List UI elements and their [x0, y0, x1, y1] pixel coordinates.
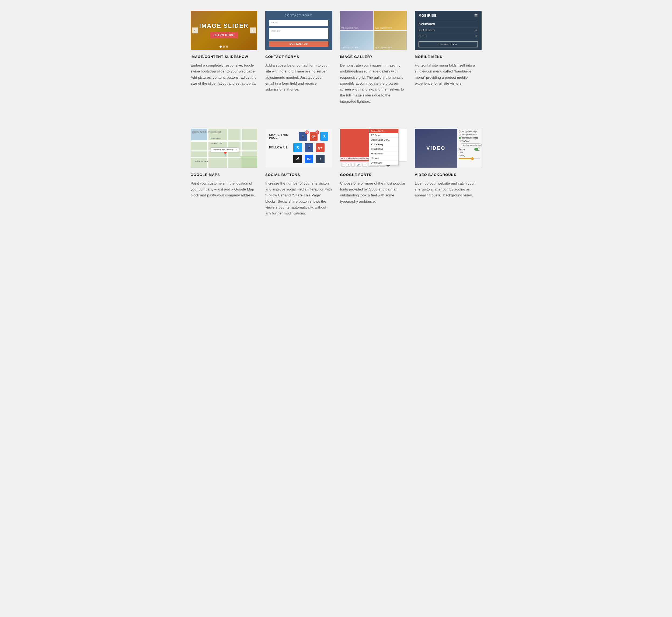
toolbar-more-btn[interactable]: ⋯ [362, 163, 367, 167]
follow-row-2: ☭ Bē t [269, 155, 328, 163]
font-option-droid-sans[interactable]: Droid Sans [369, 147, 398, 152]
toolbar-italic-btn[interactable]: I [352, 163, 355, 167]
mobile-nav-help[interactable]: HELP ▼ [419, 33, 478, 39]
slider-next-arrow[interactable]: › [250, 27, 256, 33]
video-option-bg-color[interactable]: Background Color [459, 134, 480, 136]
video-opacity-row: Opacity [459, 155, 480, 157]
share-facebook-button[interactable]: f 192 [299, 132, 307, 141]
follow-behance-button[interactable]: Bē [305, 155, 313, 163]
gallery-cell-2[interactable]: Type caption here [374, 11, 407, 30]
feature-desc-contact: Add a subscribe or contact form to your … [265, 62, 332, 92]
mobile-download-button[interactable]: DOWNLOAD [419, 41, 478, 47]
feature-desc-video: Liven up your website and catch your sit… [415, 181, 482, 199]
bg-video-label: Background Video [462, 137, 478, 139]
feature-card-gallery: Type caption here Type caption here Type… [340, 11, 407, 105]
map-tooltip: Empire State Building x [211, 147, 239, 152]
contact-submit-button[interactable]: CONTACT US [269, 41, 328, 47]
feature-title-contact: CONTACT FORMS [265, 55, 332, 59]
video-overlay-row: Overlay [459, 148, 480, 151]
gallery-caption-2: Type caption here [375, 27, 392, 29]
hamburger-icon[interactable]: ☰ [474, 13, 478, 18]
contact-form-title: CONTACT FORM [269, 14, 328, 17]
video-option-bg-video[interactable]: Background Video [459, 137, 480, 139]
googleplus-count: 47 [315, 131, 319, 134]
share-googleplus-button[interactable]: g+ 47 [310, 132, 317, 141]
gallery-cell-3[interactable]: Type caption here [340, 31, 373, 50]
feature-card-maps: Jacob K. Javits Convention Center МАНХЭТ… [191, 129, 257, 217]
feature-card-contact-forms: CONTACT FORM Name* Message CONTACT US CO… [265, 11, 332, 105]
video-color-row: Color [459, 152, 480, 154]
toolbar-align-btn[interactable]: ≡ [341, 163, 345, 167]
dot-3[interactable] [226, 45, 228, 48]
feature-card-image-slider: ‹ IMAGE SLIDER LEARN MORE › IMAGE/CONTEN… [191, 11, 257, 105]
video-option-youtube[interactable]: YouTube [459, 140, 480, 142]
slider-learn-more-button[interactable]: LEARN MORE [210, 32, 238, 38]
share-twitter-button[interactable]: 𝕏 [320, 132, 328, 141]
video-title-text: VIDEO [426, 146, 445, 151]
mobile-menu-header: MOBIRISE ☰ [419, 13, 478, 20]
opacity-slider-thumb[interactable] [471, 157, 474, 160]
dot-1[interactable] [220, 45, 222, 48]
radio-bg-image[interactable] [459, 131, 461, 133]
radio-youtube[interactable] [459, 140, 461, 142]
follow-twitter-button[interactable]: 𝕏 [293, 143, 302, 152]
map-label-2: МАНХЭТТЕН [211, 143, 222, 145]
chevron-icon: ▼ [475, 29, 478, 32]
mobile-nav-overview[interactable]: OVERVIEW [419, 22, 478, 27]
contact-message-field[interactable]: Message [269, 28, 328, 39]
follow-googleplus-button[interactable]: g+ [316, 143, 324, 152]
feature-desc-fonts: Choose one or more of the most popular f… [340, 181, 407, 205]
feature-grid-row1: ‹ IMAGE SLIDER LEARN MORE › IMAGE/CONTEN… [191, 11, 482, 105]
radio-bg-color[interactable] [459, 134, 461, 136]
feature-title-gallery: IMAGE GALLERY [340, 55, 407, 59]
feature-title-fonts: GOOGLE FONTS [340, 173, 407, 177]
feature-desc-maps: Point your customers in the location of … [191, 181, 257, 199]
feature-title-slider: IMAGE/CONTENT SLIDESHOW [191, 55, 257, 59]
radio-bg-video[interactable] [459, 137, 461, 139]
gallery-preview: Type caption here Type caption here Type… [340, 11, 407, 50]
map-tooltip-close[interactable]: x [236, 149, 237, 151]
social-preview: SHARE THIS PAGE! f 192 g+ 47 𝕏 FOLLOW US… [265, 129, 332, 168]
mobile-nav-features[interactable]: FEATURES ▼ [419, 27, 478, 33]
facebook-count: 192 [305, 131, 309, 134]
overlay-toggle[interactable] [474, 148, 480, 151]
font-dropdown[interactable]: Source Serif... PT Sans Open Sans Con...… [369, 129, 399, 165]
font-option-ubuntu[interactable]: Ubuntu [369, 156, 398, 161]
font-option-pt-sans[interactable]: PT Sans [369, 133, 398, 138]
bg-color-label: Background Color [462, 134, 477, 136]
message-placeholder: Message [271, 29, 281, 32]
font-option-montserrat[interactable]: Montserrat [369, 152, 398, 156]
slider-prev-arrow[interactable]: ‹ [192, 27, 198, 33]
dot-2[interactable] [223, 45, 225, 48]
overlay-label: Overlay [459, 148, 473, 150]
slider-heading: IMAGE SLIDER [199, 22, 249, 29]
follow-tumblr-button[interactable]: t [316, 155, 324, 163]
chevron-icon-2: ▼ [475, 35, 478, 38]
feature-title-video: VIDEO BACKGROUND [415, 173, 482, 177]
feature-desc-slider: Embed a completely responsive, touch-swi… [191, 62, 257, 86]
feature-card-fonts: Source Serif... PT Sans Open Sans Con...… [340, 129, 407, 217]
contact-name-field[interactable]: Name* [269, 20, 328, 26]
youtube-label: YouTube [462, 140, 469, 142]
video-url-field[interactable]: http://www.youtube.com/watd [462, 143, 480, 147]
font-option-raleway[interactable]: Raleway [369, 142, 398, 147]
font-option-opensans[interactable]: Open Sans Con... [369, 138, 398, 142]
gallery-cell-4[interactable]: Type caption here [374, 31, 407, 50]
video-option-bg-image[interactable]: Background Image [459, 131, 480, 133]
font-option-droid-serif[interactable]: Droid Serif [369, 161, 398, 165]
gallery-caption-3: Type caption here [341, 46, 359, 49]
opacity-slider[interactable] [459, 158, 480, 159]
feature-title-maps: GOOGLE MAPS [191, 173, 257, 177]
slider-content: IMAGE SLIDER LEARN MORE [199, 22, 249, 38]
toolbar-link-btn[interactable]: 🔗 [356, 163, 361, 167]
feature-title-mobile-menu: MOBILE MENU [415, 55, 482, 59]
mobile-logo: MOBIRISE [419, 14, 437, 17]
toolbar-bold-btn[interactable]: B [346, 163, 350, 167]
gallery-cell-1[interactable]: Type caption here [340, 11, 373, 30]
maps-preview: Jacob K. Javits Convention Center МАНХЭТ… [191, 129, 257, 168]
follow-facebook-button[interactable]: f [305, 143, 313, 152]
color-label: Color [459, 152, 480, 154]
share-row: SHARE THIS PAGE! f 192 g+ 47 𝕏 [269, 132, 328, 141]
follow-github-button[interactable]: ☭ [293, 155, 302, 163]
gallery-caption-1: Type caption here [341, 27, 359, 29]
